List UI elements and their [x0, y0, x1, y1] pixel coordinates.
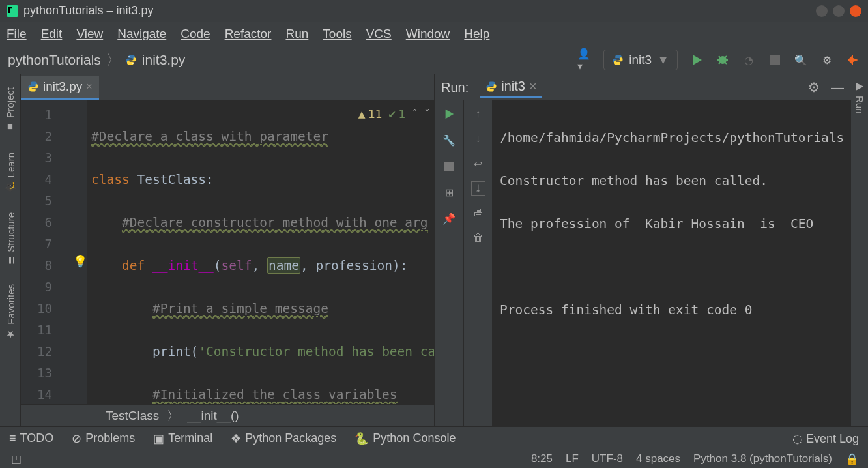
line-separator[interactable]: LF [566, 452, 579, 465]
ide-features-icon[interactable] [846, 53, 860, 67]
pin-icon[interactable]: 📌 [442, 211, 456, 226]
warning-count: 11 [368, 103, 383, 124]
cursor-position[interactable]: 8:25 [531, 452, 553, 465]
clear-icon[interactable]: 🗑 [471, 231, 485, 245]
run-tab-label: init3 [501, 79, 525, 94]
run-button[interactable] [689, 53, 704, 67]
structure-tool-button[interactable]: ≣ Structure [5, 212, 16, 265]
todo-tool-button[interactable]: ≡ TODO [9, 431, 53, 445]
print-icon[interactable]: 🖶 [471, 206, 485, 220]
right-tool-strip: ▶ Run [851, 74, 868, 426]
python-file-icon [125, 54, 137, 66]
menubar: File Edit View Navigate Code Refactor Ru… [0, 22, 868, 46]
python-console-button[interactable]: 🐍 Python Console [354, 431, 456, 446]
next-highlight-button[interactable]: ˅ [424, 103, 430, 124]
menu-vcs[interactable]: VCS [366, 27, 392, 41]
ok-count: 1 [398, 103, 405, 124]
stop-button[interactable] [768, 53, 782, 67]
ok-check-icon: ✔ [388, 103, 396, 124]
menu-edit[interactable]: Edit [41, 27, 63, 41]
console-line: /home/fahmida/PycharmProjects/pythonTuto… [500, 127, 843, 149]
breadcrumb-file[interactable]: init3.py [142, 52, 186, 68]
menu-navigate[interactable]: Navigate [117, 27, 166, 41]
minimize-run-icon[interactable]: — [830, 80, 845, 95]
breadcrumb-project[interactable]: pythonTutorials [8, 52, 101, 68]
menu-help[interactable]: Help [464, 27, 489, 41]
breadcrumb-sep: 〉 [106, 51, 120, 69]
bottom-toolbar: ≡ TODO ⊘ Problems ▣ Terminal ❖ Python Pa… [0, 426, 868, 450]
run-tool-window: Run: init3 × ⚙ — 🔧 ⊞ 📌 ↑ [434, 74, 851, 426]
indent-setting[interactable]: 4 spaces [636, 452, 680, 465]
up-arrow-icon[interactable]: ↑ [471, 107, 485, 121]
learn-tool-button[interactable]: 🎓 Learn [5, 153, 16, 193]
debug-button[interactable] [716, 53, 730, 67]
run-header: Run: init3 × ⚙ — [435, 74, 851, 100]
event-log-button[interactable]: ◌ Event Log [792, 431, 859, 446]
close-tab-icon[interactable]: × [86, 81, 92, 93]
editor-body[interactable]: 1234567891011121314 💡 #Declare a class w… [21, 100, 434, 404]
menu-window[interactable]: Window [406, 27, 450, 41]
close-run-tab-icon[interactable]: × [529, 79, 537, 94]
chevron-down-icon: ▼ [657, 53, 669, 67]
close-button[interactable] [850, 5, 861, 17]
project-tool-button[interactable]: ■ Project [5, 87, 16, 133]
soft-wrap-icon[interactable]: ↩ [471, 156, 485, 171]
warning-icon: ▲ [358, 103, 366, 124]
svg-rect-9 [770, 55, 780, 65]
editor-pane: init3.py × 1234567891011121314 💡 #Declar… [21, 74, 434, 426]
maximize-button[interactable] [833, 5, 845, 17]
svg-rect-10 [444, 162, 454, 171]
python-file-icon [27, 81, 39, 93]
run-settings-icon[interactable]: ⚙ [807, 80, 821, 95]
fold-gutter[interactable] [59, 100, 70, 404]
menu-code[interactable]: Code [181, 27, 210, 41]
breadcrumb-sep: 〉 [167, 407, 179, 424]
titlebar: pythonTutorials – init3.py [0, 0, 868, 22]
menu-refactor[interactable]: Refactor [225, 27, 272, 41]
expand-icon[interactable]: ▶ [856, 80, 863, 92]
prev-highlight-button[interactable]: ˄ [412, 103, 418, 124]
run-vertical-tab[interactable]: Run [854, 96, 865, 114]
intention-bulb-icon[interactable]: 💡 [73, 254, 87, 269]
search-icon[interactable]: 🔍 [794, 53, 808, 67]
settings-icon[interactable]: ⚙ [820, 53, 834, 67]
favorites-tool-button[interactable]: ★ Favorites [5, 284, 16, 340]
tool-windows-icon[interactable]: ◰ [9, 452, 23, 466]
python-packages-button[interactable]: ❖ Python Packages [231, 431, 336, 446]
lock-icon[interactable]: 🔒 [845, 452, 859, 466]
context-class: TestClass [106, 409, 159, 423]
run-config-name: init3 [629, 53, 652, 67]
editor-tab[interactable]: init3.py × [21, 76, 99, 100]
interpreter-label[interactable]: Python 3.8 (pythonTutorials) [693, 452, 832, 465]
coverage-button[interactable]: ◔ [742, 53, 756, 67]
context-function: __init__() [187, 409, 239, 423]
line-number-gutter: 1234567891011121314 [21, 100, 59, 404]
breadcrumb: pythonTutorials 〉 init3.py [8, 51, 185, 69]
context-breadcrumb[interactable]: TestClass 〉 __init__() [21, 404, 434, 426]
terminal-tool-button[interactable]: ▣ Terminal [153, 431, 212, 446]
console-line: Process finished with exit code 0 [500, 299, 843, 321]
down-arrow-icon[interactable]: ↓ [471, 132, 485, 146]
stop-run-button[interactable] [442, 159, 456, 173]
python-icon [612, 54, 624, 66]
menu-view[interactable]: View [76, 27, 103, 41]
console-output[interactable]: /home/fahmida/PycharmProjects/pythonTuto… [492, 100, 851, 426]
rerun-button[interactable] [442, 107, 456, 121]
problems-tool-button[interactable]: ⊘ Problems [72, 431, 135, 446]
run-config-selector[interactable]: init3 ▼ [603, 50, 678, 70]
menu-file[interactable]: File [7, 27, 27, 41]
svg-point-4 [132, 63, 134, 65]
run-tab[interactable]: init3 × [480, 76, 542, 98]
wrench-icon[interactable]: 🔧 [442, 133, 456, 147]
run-tools-secondary: ↑ ↓ ↩ ⤓ 🖶 🗑 [463, 100, 492, 426]
code-area[interactable]: #Declare a class with parameter class Te… [87, 100, 434, 404]
minimize-button[interactable] [816, 5, 828, 17]
file-encoding[interactable]: UTF-8 [592, 452, 623, 465]
layout-icon[interactable]: ⊞ [442, 185, 456, 199]
user-dropdown-icon[interactable]: 👤▾ [577, 53, 592, 67]
console-line: The profession of Kabir Hossain is CEO [500, 213, 843, 235]
scroll-end-icon[interactable]: ⤓ [471, 181, 485, 196]
menu-run[interactable]: Run [285, 27, 308, 41]
menu-tools[interactable]: Tools [323, 27, 351, 41]
inspection-widget[interactable]: ▲11 ✔1 ˄ ˅ [358, 103, 430, 124]
